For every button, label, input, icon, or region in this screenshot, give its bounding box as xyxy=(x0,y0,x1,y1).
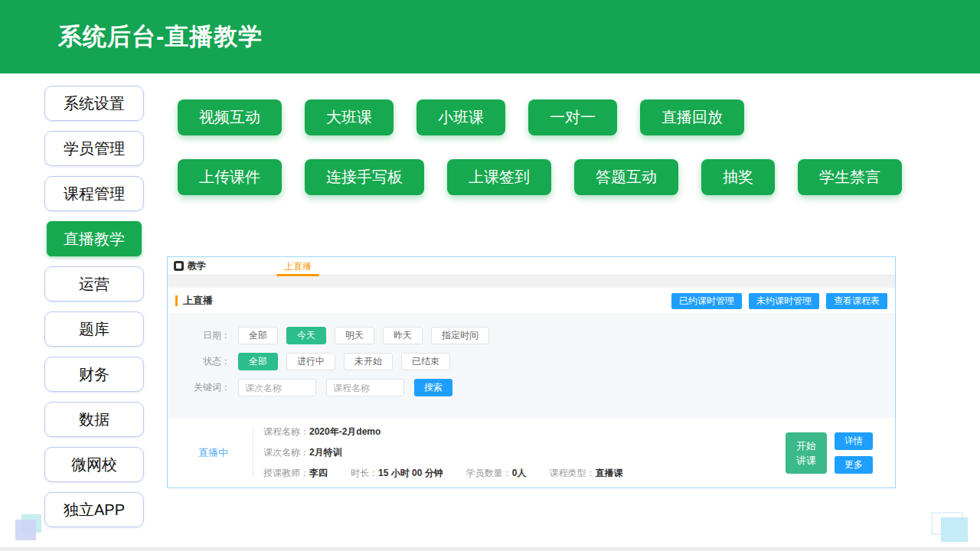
sidebar-item-operations[interactable]: 运营 xyxy=(44,266,144,302)
course-row: 直播中 课程名称： 2020年-2月demo 课次名称： 2月特训 授课教师： … xyxy=(168,418,895,487)
course-meta-line: 授课教师： 李四 时长： 15 小时 00 分钟 学员数量： 0人 课程类型： … xyxy=(263,467,645,480)
keyword-filter-label: 关键词： xyxy=(185,381,230,394)
students-value: 0人 xyxy=(512,467,527,480)
sidebar-item-data[interactable]: 数据 xyxy=(44,402,144,437)
start-teaching-line2: 讲课 xyxy=(796,453,816,468)
bottom-edge-strip xyxy=(0,547,980,551)
page-title: 系统后台-直播教学 xyxy=(58,21,263,53)
lesson-name-line: 课次名称： 2月特训 xyxy=(263,446,645,459)
status-option-ongoing[interactable]: 进行中 xyxy=(286,353,335,370)
unbooked-lessons-button[interactable]: 未约课时管理 xyxy=(749,293,819,309)
teacher-value: 李四 xyxy=(309,467,328,480)
course-info: 课程名称： 2020年-2月demo 课次名称： 2月特训 授课教师： 李四 时… xyxy=(263,425,645,480)
feature-buttons: 视频互动 大班课 小班课 一对一 直播回放 上传课件 连接手写板 上课签到 答题… xyxy=(178,99,902,219)
course-type-value: 直播课 xyxy=(595,467,622,480)
filter-area: 日期： 全部 今天 明天 昨天 指定时间 状态： 全部 进行中 未开始 已结束 … xyxy=(168,314,895,418)
date-option-yesterday[interactable]: 昨天 xyxy=(383,327,423,344)
panel-app-title: 教学 xyxy=(188,259,206,272)
video-interaction-button[interactable]: 视频互动 xyxy=(178,99,282,135)
status-option-ended[interactable]: 已结束 xyxy=(401,353,450,370)
connect-tablet-button[interactable]: 连接手写板 xyxy=(305,159,424,195)
tab-go-live[interactable]: 上直播 xyxy=(283,257,313,276)
sidebar: 系统设置 学员管理 课程管理 直播教学 运营 题库 财务 数据 微网校 独立AP… xyxy=(44,86,144,527)
course-type-label: 课程类型： xyxy=(549,467,595,480)
sidebar-item-course-management[interactable]: 课程管理 xyxy=(44,176,144,211)
sidebar-item-system-settings[interactable]: 系统设置 xyxy=(44,86,144,121)
live-replay-button[interactable]: 直播回放 xyxy=(640,99,744,135)
course-name-line: 课程名称： 2020年-2月demo xyxy=(263,425,645,439)
booked-lessons-button[interactable]: 已约课时管理 xyxy=(671,293,742,309)
view-schedule-button[interactable]: 查看课程表 xyxy=(826,293,887,309)
decor-square-bottom-left-purple xyxy=(15,520,36,540)
date-option-all[interactable]: 全部 xyxy=(238,327,278,344)
one-on-one-button[interactable]: 一对一 xyxy=(528,99,617,135)
date-option-today[interactable]: 今天 xyxy=(286,327,326,344)
mute-student-button[interactable]: 学生禁言 xyxy=(798,159,902,195)
teacher-group: 授课教师： 李四 xyxy=(263,467,328,480)
section-header: 上直播 已约课时管理 未约课时管理 查看课程表 xyxy=(168,288,895,314)
course-actions: 开始 讲课 详情 更多 xyxy=(786,432,873,474)
section-title: 上直播 xyxy=(175,295,213,306)
duration-label: 时长： xyxy=(351,467,378,480)
status-option-not-started[interactable]: 未开始 xyxy=(344,353,393,370)
feature-row-1: 视频互动 大班课 小班课 一对一 直播回放 xyxy=(178,99,902,135)
secondary-actions: 详情 更多 xyxy=(835,432,873,474)
students-label: 学员数量： xyxy=(466,467,512,480)
start-teaching-button[interactable]: 开始 讲课 xyxy=(786,432,827,474)
sidebar-item-live-teaching[interactable]: 直播教学 xyxy=(47,221,142,256)
lesson-name-label: 课次名称： xyxy=(263,446,309,459)
course-type-group: 课程类型： 直播课 xyxy=(549,467,622,480)
class-signin-button[interactable]: 上课签到 xyxy=(447,159,551,195)
course-name-label: 课程名称： xyxy=(263,425,309,439)
large-class-button[interactable]: 大班课 xyxy=(305,99,394,135)
decor-square-bottom-right-cyan xyxy=(941,517,968,542)
date-filter-label: 日期： xyxy=(185,329,230,342)
sidebar-item-question-bank[interactable]: 题库 xyxy=(44,311,144,347)
students-group: 学员数量： 0人 xyxy=(466,467,527,480)
section-header-buttons: 已约课时管理 未约课时管理 查看课程表 xyxy=(671,293,887,309)
lottery-button[interactable]: 抽奖 xyxy=(701,159,775,195)
keyword-filter-row: 关键词： 搜索 xyxy=(185,379,895,396)
status-filter-row: 状态： 全部 进行中 未开始 已结束 xyxy=(185,353,895,370)
sidebar-item-micro-school[interactable]: 微网校 xyxy=(44,447,144,482)
status-option-all[interactable]: 全部 xyxy=(238,353,278,370)
sidebar-item-standalone-app[interactable]: 独立APP xyxy=(44,492,144,527)
course-name-value: 2020年-2月demo xyxy=(309,425,381,439)
teaching-app-icon xyxy=(174,261,184,271)
quiz-interaction-button[interactable]: 答题互动 xyxy=(574,159,678,195)
date-option-custom[interactable]: 指定时间 xyxy=(431,327,489,344)
duration-value: 15 小时 00 分钟 xyxy=(378,467,443,480)
course-name-input[interactable] xyxy=(326,379,404,396)
search-button[interactable]: 搜索 xyxy=(414,379,452,396)
lesson-name-input[interactable] xyxy=(238,379,316,396)
more-button[interactable]: 更多 xyxy=(835,456,873,474)
feature-row-2: 上传课件 连接手写板 上课签到 答题互动 抽奖 学生禁言 xyxy=(178,159,902,195)
date-filter-row: 日期： 全部 今天 明天 昨天 指定时间 xyxy=(185,327,895,344)
page-header: 系统后台-直播教学 xyxy=(0,0,980,73)
detail-button[interactable]: 详情 xyxy=(835,432,873,450)
lesson-name-value: 2月特训 xyxy=(309,446,342,459)
sidebar-item-finance[interactable]: 财务 xyxy=(44,357,144,392)
duration-group: 时长： 15 小时 00 分钟 xyxy=(351,467,443,480)
small-class-button[interactable]: 小班课 xyxy=(416,99,505,135)
date-option-tomorrow[interactable]: 明天 xyxy=(335,327,374,344)
sidebar-item-student-management[interactable]: 学员管理 xyxy=(44,131,144,166)
upload-courseware-button[interactable]: 上传课件 xyxy=(178,159,282,195)
status-filter-label: 状态： xyxy=(185,355,230,368)
start-teaching-line1: 开始 xyxy=(796,439,816,453)
divider xyxy=(253,429,253,478)
live-status-badge: 直播中 xyxy=(198,446,243,460)
panel-spacer xyxy=(168,276,895,288)
admin-panel: 教学 上直播 上直播 已约课时管理 未约课时管理 查看课程表 日期： 全部 今天… xyxy=(167,256,896,488)
teacher-label: 授课教师： xyxy=(263,467,309,480)
panel-topbar: 教学 上直播 xyxy=(168,257,895,276)
